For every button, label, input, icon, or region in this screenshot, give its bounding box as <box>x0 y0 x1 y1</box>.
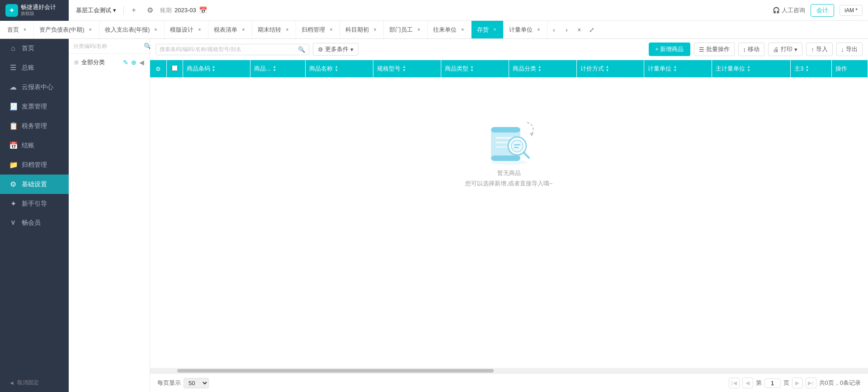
svg-rect-11 <box>514 147 519 148</box>
tab-income-close[interactable]: × <box>152 27 159 33</box>
export-button[interactable]: ↓ 导出 <box>836 43 863 56</box>
sidebar-item-archive[interactable]: 📁 归档管理 <box>0 155 69 175</box>
tab-home[interactable]: 首页 × <box>2 21 34 39</box>
th-code[interactable]: 商品... ▲▼ <box>250 60 306 77</box>
collapse-panel-icon[interactable]: ◀ <box>139 59 144 66</box>
tab-dept-close[interactable]: × <box>415 27 422 33</box>
print-button[interactable]: 🖨 打印 ▾ <box>768 43 802 56</box>
tab-inventory[interactable]: 存货 × <box>472 21 504 39</box>
calendar-icon[interactable]: 📅 <box>199 6 208 14</box>
scrollbar-thumb[interactable] <box>177 369 494 373</box>
sidebar-item-close[interactable]: 📅 结账 <box>0 136 69 155</box>
tab-subject[interactable]: 科目期初 × <box>340 21 384 39</box>
th-name[interactable]: 商品名称 ▲▼ <box>306 60 373 77</box>
company-selector[interactable]: 基层工会测试 ▾ <box>72 5 120 16</box>
more-filter-button[interactable]: ⚙ 更多条件 ▾ <box>313 43 359 56</box>
th-type[interactable]: 商品类型 ▲▼ <box>441 60 509 77</box>
invoice-icon: 🧾 <box>9 102 17 111</box>
page-first-button[interactable]: |◀ <box>729 378 740 388</box>
tab-template-close[interactable]: × <box>196 27 203 33</box>
th-checkbox[interactable] <box>166 60 183 77</box>
page-last-button[interactable]: ▶| <box>806 378 816 388</box>
add-product-button[interactable]: + 新增商品 <box>649 43 690 56</box>
logo-icon: ✦ <box>5 4 18 17</box>
tab-taxclear[interactable]: 税表清单 × <box>208 21 252 39</box>
toolbar-search-icon[interactable]: 🔍 <box>298 46 305 53</box>
sidebar-item-reports[interactable]: ☁ 云报表中心 <box>0 77 69 97</box>
table-container: ⚙ 商品条码 ▲▼ 商品... ▲ <box>150 60 868 368</box>
tab-next-button[interactable]: › <box>560 21 573 39</box>
tab-partner[interactable]: 往来单位 × <box>428 21 472 39</box>
account-button[interactable]: 会计 <box>811 4 834 17</box>
tab-period-close[interactable]: × <box>284 27 290 33</box>
th-col3[interactable]: 主3 ▲▼ <box>791 60 832 77</box>
add-button[interactable]: ＋ <box>127 4 140 17</box>
tab-prev-button[interactable]: ‹ <box>547 21 560 39</box>
per-page-label: 每页显示 <box>157 379 181 387</box>
tab-archive-close[interactable]: × <box>328 27 334 33</box>
th-settings[interactable]: ⚙ <box>150 60 166 77</box>
move-button[interactable]: ↕ 移动 <box>738 43 765 56</box>
tab-expand-button[interactable]: ⤢ <box>585 21 598 39</box>
sort-arrows-category: ▲▼ <box>538 65 542 72</box>
empty-illustration <box>477 113 541 168</box>
sort-arrows-main-unit: ▲▼ <box>747 65 750 72</box>
sidebar-item-member[interactable]: V 畅会员 <box>0 213 69 232</box>
sidebar-item-invoice[interactable]: 🧾 发票管理 <box>0 97 69 116</box>
th-spec-label: 规格型号 <box>377 65 401 73</box>
tab-partner-close[interactable]: × <box>459 27 466 33</box>
tab-template[interactable]: 模版设计 × <box>165 21 208 39</box>
sidebar-item-basic[interactable]: ⚙ 基础设置 <box>0 175 69 194</box>
sidebar-item-tax[interactable]: 📋 税务管理 <box>0 116 69 136</box>
tab-balance-close[interactable]: × <box>87 27 94 33</box>
settings-button[interactable]: ⚙ <box>144 4 156 17</box>
iam-badge[interactable]: iAM * <box>840 5 863 16</box>
th-spec[interactable]: 规格型号 ▲▼ <box>373 60 441 77</box>
th-category[interactable]: 商品分类 ▲▼ <box>509 60 576 77</box>
tab-dept[interactable]: 部门员工 × <box>384 21 428 39</box>
page-next-button[interactable]: ▶ <box>792 378 803 388</box>
batch-icon: ☰ <box>699 46 704 53</box>
page-size-area: 每页显示 50 10 20 100 <box>157 378 209 388</box>
tab-balance[interactable]: 资产负债表(中期) × <box>34 21 99 39</box>
tab-period[interactable]: 期末结转 × <box>252 21 296 39</box>
sidebar-item-ledger[interactable]: ☰ 总账 <box>0 58 69 77</box>
tab-income[interactable]: 收入支出表(年报) × <box>99 21 165 39</box>
th-main-unit[interactable]: 主计量单位 ▲▼ <box>712 60 791 77</box>
th-barcode[interactable]: 商品条码 ▲▼ <box>183 60 250 77</box>
page-number-input[interactable] <box>764 378 781 388</box>
per-page-select[interactable]: 50 10 20 100 <box>184 378 209 388</box>
batch-label: 批量操作 <box>706 45 730 53</box>
page-prev-button[interactable]: ◀ <box>742 378 753 388</box>
unpin-button[interactable]: ◄ 取消固定 <box>0 373 69 392</box>
th-col3-label: 主3 <box>794 65 803 73</box>
edit-category-icon[interactable]: ✎ <box>123 59 128 66</box>
th-price-method[interactable]: 计价方式 ▲▼ <box>576 60 644 77</box>
sidebar-item-home[interactable]: ⌂ 首页 <box>0 39 69 58</box>
import-button[interactable]: ↑ 导入 <box>806 43 833 56</box>
grid-icon: ⊞ <box>74 59 79 66</box>
th-unit[interactable]: 计量单位 ▲▼ <box>644 60 712 77</box>
print-label: 打印 <box>781 45 793 53</box>
tab-inventory-close[interactable]: × <box>491 27 498 33</box>
toolbar-search-input[interactable] <box>160 46 295 52</box>
tab-home-close[interactable]: × <box>22 27 28 33</box>
category-header: ⊞ 全部分类 ✎ ⊕ ◀ <box>69 54 150 71</box>
add-category-icon[interactable]: ⊕ <box>131 59 137 66</box>
sidebar-item-guide[interactable]: ✦ 新手引导 <box>0 194 69 213</box>
cloud-icon: ☁ <box>9 83 17 91</box>
tab-archive[interactable]: 归档管理 × <box>296 21 340 39</box>
select-all-checkbox[interactable] <box>172 65 178 71</box>
tab-taxclear-close[interactable]: × <box>240 27 246 33</box>
category-search-input[interactable] <box>73 43 141 49</box>
app-name: 畅捷通好会计 <box>21 4 56 11</box>
logo-area: ✦ 畅捷通好会计 旗舰版 <box>0 0 69 21</box>
tab-unit[interactable]: 计量单位 × <box>504 21 547 39</box>
horizontal-scrollbar[interactable] <box>150 368 868 373</box>
consult-button[interactable]: 🎧 人工咨询 <box>773 6 805 14</box>
tab-close-all-button[interactable]: × <box>573 21 585 39</box>
tab-subject-close[interactable]: × <box>372 27 378 33</box>
tab-unit-close[interactable]: × <box>535 27 542 33</box>
svg-marker-12 <box>530 133 533 136</box>
batch-operation-button[interactable]: ☰ 批量操作 <box>694 43 735 56</box>
